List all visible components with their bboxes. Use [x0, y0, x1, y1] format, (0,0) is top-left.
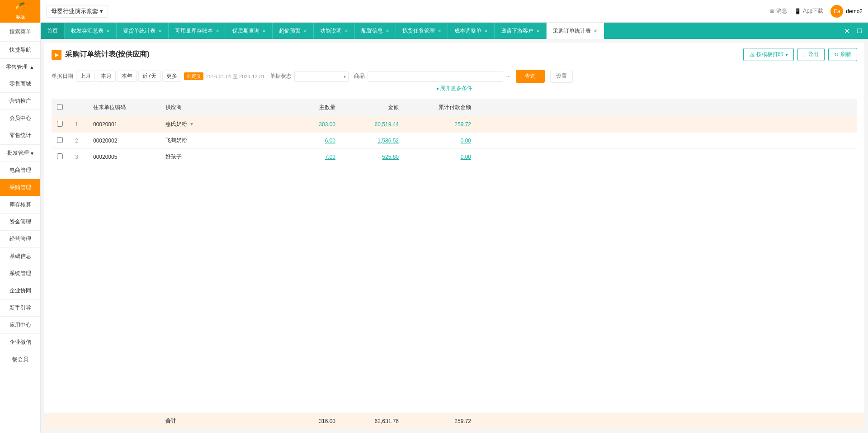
settings-button[interactable]: 设置: [550, 70, 573, 83]
sidebar-item-vip[interactable]: 畅会员: [0, 351, 40, 368]
collapse-sidebar-button[interactable]: ▶: [52, 50, 61, 60]
tab-baozhiqi-close[interactable]: ✕: [262, 29, 266, 33]
tab-tuohuo-label: 拣货任务管理: [402, 27, 435, 35]
tab-gongngshuoming-close[interactable]: ✕: [344, 29, 348, 33]
tab-yaoqingxiayou-close[interactable]: ✕: [536, 29, 540, 33]
filter-status-item: 单据状态: [270, 71, 349, 82]
sidebar-search-section: 搜索菜单: [0, 23, 40, 42]
table-row: 1 00020001 惠氏奶粉 ▾ 303.00 60,519.44: [52, 116, 857, 133]
tab-tuohuo[interactable]: 拣货任务管理 ✕: [396, 23, 448, 39]
sidebar-item-bizwx[interactable]: 企业微信: [0, 334, 40, 351]
row-1-paid-link[interactable]: 259.72: [454, 121, 471, 128]
footer-empty-1: [52, 413, 70, 429]
app-logo: 🍊 标版: [0, 0, 40, 23]
filter-btn-7days[interactable]: 近7天: [138, 71, 160, 82]
tabbar-restore[interactable]: □: [854, 26, 864, 36]
message-icon: ✉: [770, 8, 774, 14]
row-2-amount-link[interactable]: 1,586.52: [377, 138, 399, 144]
row-1-checkbox[interactable]: [57, 121, 63, 127]
tab-shoufahuizhong-close[interactable]: ✕: [106, 29, 110, 33]
filter-goods-input[interactable]: [368, 71, 503, 82]
row-3-amount-link[interactable]: 525.80: [382, 154, 399, 160]
sidebar-item-system[interactable]: 系统管理: [0, 265, 40, 282]
sidebar-item-retail-member[interactable]: 会员中心: [0, 110, 40, 127]
filter-goods-label: 商品: [354, 72, 365, 80]
sidebar-item-collab[interactable]: 企业协同: [0, 282, 40, 300]
search-menu-button[interactable]: 搜索菜单: [3, 26, 38, 38]
sidebar-group-wholesale-title[interactable]: 批发管理 ▾: [0, 145, 40, 162]
refresh-button[interactable]: ↻ 刷新: [828, 48, 857, 61]
print-button[interactable]: 🖨 按模板打印 ▾: [743, 48, 794, 61]
row-2-checkbox[interactable]: [57, 137, 63, 143]
sidebar-item-retail-shop[interactable]: 零售商城: [0, 76, 40, 93]
sidebar-item-finance[interactable]: 资金管理: [0, 214, 40, 231]
tab-gongngshuoming[interactable]: 功能说明 ✕: [314, 23, 355, 39]
tab-keyongliang[interactable]: 可用量库存账本 ✕: [169, 23, 226, 39]
footer-extra: [476, 413, 857, 429]
sidebar-item-purchase[interactable]: 采购管理: [0, 179, 40, 196]
filter-status-select[interactable]: [294, 71, 349, 82]
sidebar-item-inventory[interactable]: 库存核算: [0, 196, 40, 214]
row-1-seq: 1: [70, 116, 88, 133]
filter-btn-this-month[interactable]: 本月: [97, 71, 116, 82]
workspace-selector[interactable]: 母婴行业演示账套 ▾: [46, 5, 108, 18]
col-header-supplier: 供应商: [160, 99, 278, 116]
tab-keyongliang-label: 可用量库存账本: [175, 27, 213, 35]
row-2-paid: 0.00: [404, 133, 476, 149]
select-all-checkbox[interactable]: [57, 104, 63, 110]
sidebar-item-retail-promo[interactable]: 营销推广: [0, 93, 40, 110]
tabbar-close-all[interactable]: ✕: [841, 26, 853, 36]
sidebar-item-base[interactable]: 基础信息: [0, 248, 40, 265]
tab-yaoqingxiayou[interactable]: 邀请下游客户 ✕: [495, 23, 547, 39]
tab-baozhiqi[interactable]: 保质期查询 ✕: [226, 23, 273, 39]
tab-caigou-close[interactable]: ✕: [594, 29, 597, 33]
row-2-qty-link[interactable]: 6.00: [325, 138, 335, 144]
tab-caigou[interactable]: 采购订单统计表 ✕: [547, 23, 604, 39]
row-3-qty-link[interactable]: 7.00: [325, 154, 335, 160]
sidebar-item-ecom[interactable]: 电商管理: [0, 162, 40, 179]
row-3-paid-link[interactable]: 0.00: [461, 154, 471, 160]
tab-chengbentiaoz[interactable]: 成本调整单 ✕: [448, 23, 495, 39]
app-download-button[interactable]: 📱 App下载: [794, 7, 823, 15]
tab-shoufahuizhong[interactable]: 收发存汇总表 ✕: [65, 23, 117, 39]
sidebar-item-appcenter[interactable]: 应用中心: [0, 317, 40, 334]
row-1-dropdown-icon[interactable]: ▾: [190, 121, 193, 127]
row-2-paid-link[interactable]: 0.00: [461, 138, 471, 144]
tab-peizhi-close[interactable]: ✕: [386, 29, 389, 33]
row-3-checkbox[interactable]: [57, 153, 63, 159]
user-avatar: Ea: [830, 5, 843, 18]
tab-yaohuo[interactable]: 要货单统计表 ✕: [117, 23, 169, 39]
user-menu[interactable]: Ea demo2: [830, 5, 863, 18]
tab-chaochuyujing[interactable]: 超储预警 ✕: [273, 23, 314, 39]
sidebar-item-quicknav[interactable]: 快捷导航: [0, 42, 40, 59]
filter-custom-tag: 自定义: [184, 72, 203, 80]
row-3-extra: [476, 149, 857, 165]
sidebar-item-bizmanage[interactable]: 经营管理: [0, 231, 40, 248]
filter-goods-more-icon[interactable]: ···: [506, 73, 510, 80]
search-button[interactable]: 查询: [516, 70, 545, 83]
col-header-extra: [476, 99, 857, 116]
export-button[interactable]: ↓ 导出: [797, 48, 825, 61]
filter-btn-this-year[interactable]: 本年: [118, 71, 137, 82]
row-1-amount-link[interactable]: 60,519.44: [375, 121, 399, 128]
tab-chengbentiaoz-close[interactable]: ✕: [484, 29, 488, 33]
print-label: 按模板打印: [756, 51, 783, 58]
tab-yaohuo-close[interactable]: ✕: [158, 29, 162, 33]
tab-chaochuyujing-close[interactable]: ✕: [303, 29, 307, 33]
sidebar-item-newguide[interactable]: 新手引导: [0, 300, 40, 317]
tab-home[interactable]: 首页: [41, 23, 65, 39]
expand-more-button[interactable]: ▾ 展开更多条件: [436, 85, 472, 92]
tab-peizhi[interactable]: 配置信息 ✕: [355, 23, 396, 39]
sidebar: 🍊 标版 搜索菜单 快捷导航 零售管理 ▲ 零售商城 营销推广 会员中心 零售统…: [0, 0, 41, 433]
sidebar-item-retail-stat[interactable]: 零售统计: [0, 127, 40, 144]
sidebar-group-retail-label: 零售管理: [6, 63, 28, 71]
sidebar-group-retail-title[interactable]: 零售管理 ▲: [0, 59, 40, 76]
filter-btn-more[interactable]: 更多: [162, 71, 181, 82]
row-1-qty-link[interactable]: 303.00: [319, 121, 335, 128]
tab-tuohuo-close[interactable]: ✕: [438, 29, 441, 33]
tab-keyongliang-close[interactable]: ✕: [216, 29, 219, 33]
col-header-paid: 累计付款金额: [404, 99, 476, 116]
message-button[interactable]: ✉ 消息: [770, 7, 787, 15]
filter-btn-last-month[interactable]: 上月: [76, 71, 95, 82]
table-row: 3 00020005 好孩子 7.00 525.80 0.00: [52, 149, 857, 165]
